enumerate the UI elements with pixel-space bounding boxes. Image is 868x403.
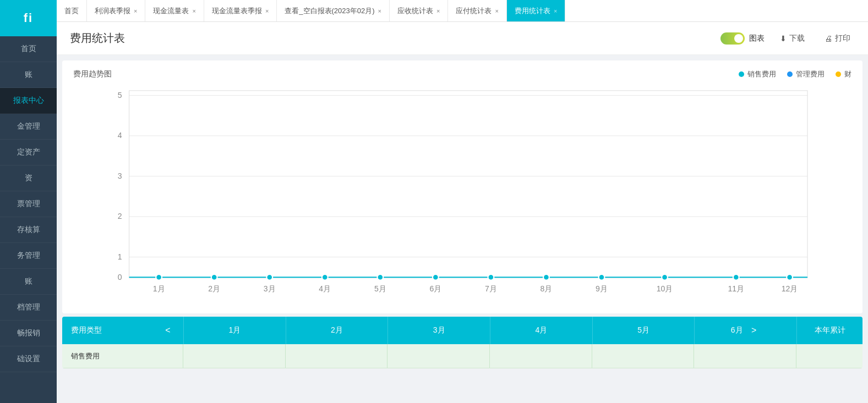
sidebar-item-ledger[interactable]: 账 bbox=[0, 269, 57, 295]
sidebar-item-capital[interactable]: 资 bbox=[0, 165, 57, 191]
tab-close-cashflow[interactable]: × bbox=[192, 8, 195, 14]
tab-cashflow-quarter[interactable]: 现金流量表季报 × bbox=[204, 0, 277, 22]
content-area: 费用统计表 图表 ⬇ 下载 🖨 打印 bbox=[57, 22, 868, 403]
page-title: 费用统计表 bbox=[70, 31, 125, 46]
svg-text:6月: 6月 bbox=[429, 284, 441, 293]
download-icon: ⬇ bbox=[780, 34, 787, 43]
th-month-1: 1月 bbox=[183, 317, 286, 344]
main-area: 首页 利润表季报 × 现金流量表 × 现金流量表季报 × 查看_空白报表(202… bbox=[57, 0, 868, 403]
svg-text:8月: 8月 bbox=[541, 284, 553, 293]
app-logo: fi bbox=[0, 0, 57, 36]
sidebar-item-service[interactable]: 务管理 bbox=[0, 243, 57, 269]
chart-section: 费用趋势图 销售费用 管理费用 财 bbox=[62, 60, 862, 313]
download-button[interactable]: ⬇ 下载 bbox=[776, 31, 809, 46]
tab-cashflow[interactable]: 现金流量表 × bbox=[145, 0, 204, 22]
svg-text:1月: 1月 bbox=[153, 284, 165, 293]
svg-text:9月: 9月 bbox=[596, 284, 608, 293]
th-type: 费用类型 < bbox=[62, 317, 183, 344]
svg-point-16 bbox=[266, 274, 272, 280]
sidebar-item-finance[interactable]: 金管理 bbox=[0, 114, 57, 140]
th-month-5: 5月 bbox=[592, 317, 695, 344]
nav-prev-button[interactable]: < bbox=[161, 325, 174, 335]
td-m5 bbox=[592, 344, 695, 368]
tab-blank-report[interactable]: 查看_空白报表(2023年02月) × bbox=[277, 0, 390, 22]
tab-receivable[interactable]: 应收统计表 × bbox=[390, 0, 448, 22]
legend-dot-finance bbox=[836, 71, 841, 77]
chart-svg: 5 4 3 2 1 0 bbox=[73, 85, 851, 305]
tab-payable[interactable]: 应付统计表 × bbox=[448, 0, 506, 22]
svg-point-24 bbox=[733, 274, 739, 280]
sidebar-item-expense[interactable]: 畅报销 bbox=[0, 321, 57, 346]
th-month-6: 6月 > bbox=[694, 317, 796, 344]
table-header: 费用类型 < 1月 2月 3月 4月 bbox=[62, 317, 862, 344]
sidebar-item-settings[interactable]: 础设置 bbox=[0, 346, 57, 372]
th-month-2: 2月 bbox=[286, 317, 388, 344]
svg-rect-12 bbox=[129, 91, 807, 278]
chart-toggle[interactable]: 图表 bbox=[720, 32, 765, 45]
tab-close-receivable[interactable]: × bbox=[436, 8, 440, 14]
th-month-4: 4月 bbox=[490, 317, 592, 344]
toggle-label-text: 图表 bbox=[749, 34, 765, 43]
tab-close-payable[interactable]: × bbox=[495, 8, 498, 14]
tab-bar: 首页 利润表季报 × 现金流量表 × 现金流量表季报 × 查看_空白报表(202… bbox=[57, 0, 868, 22]
tab-home[interactable]: 首页 bbox=[57, 0, 87, 22]
print-button[interactable]: 🖨 打印 bbox=[820, 31, 855, 46]
td-type: 销售费用 bbox=[62, 344, 183, 368]
chart-legend: 销售费用 管理费用 财 bbox=[739, 69, 851, 79]
td-m4 bbox=[490, 344, 592, 368]
svg-point-18 bbox=[377, 274, 383, 280]
tab-profit-quarter[interactable]: 利润表季报 × bbox=[87, 0, 145, 22]
svg-point-25 bbox=[787, 274, 793, 280]
svg-text:4月: 4月 bbox=[319, 284, 331, 293]
svg-point-20 bbox=[488, 274, 494, 280]
sidebar-item-assets[interactable]: 定资产 bbox=[0, 140, 57, 165]
sidebar-item-inventory[interactable]: 存核算 bbox=[0, 217, 57, 243]
tab-close-blank-report[interactable]: × bbox=[378, 8, 381, 14]
svg-point-22 bbox=[599, 274, 605, 280]
sidebar-item-invoice[interactable]: 票管理 bbox=[0, 191, 57, 217]
svg-text:0: 0 bbox=[118, 273, 122, 281]
page-header: 费用统计表 图表 ⬇ 下载 🖨 打印 bbox=[57, 22, 868, 55]
svg-text:2: 2 bbox=[118, 212, 122, 220]
chart-container: 5 4 3 2 1 0 bbox=[73, 85, 851, 305]
sidebar: fi 首页 账 报表中心 金管理 定资产 资 票管理 存核算 务管理 账 档管理… bbox=[0, 0, 57, 403]
svg-point-17 bbox=[322, 274, 328, 280]
table-row: 销售费用 bbox=[62, 344, 862, 368]
legend-sales: 销售费用 bbox=[739, 69, 776, 79]
svg-point-23 bbox=[662, 274, 668, 280]
svg-text:12月: 12月 bbox=[782, 284, 798, 293]
td-m1 bbox=[183, 344, 286, 368]
svg-point-21 bbox=[543, 274, 549, 280]
tab-close-cashflow-quarter[interactable]: × bbox=[265, 8, 269, 14]
tab-close-profit-quarter[interactable]: × bbox=[134, 8, 137, 14]
sidebar-item-home[interactable]: 首页 bbox=[0, 36, 57, 62]
svg-text:5: 5 bbox=[118, 91, 122, 100]
legend-dot-admin bbox=[787, 71, 793, 77]
svg-text:5月: 5月 bbox=[374, 284, 386, 293]
chart-title: 费用趋势图 bbox=[73, 69, 112, 79]
svg-text:3: 3 bbox=[118, 172, 122, 180]
legend-finance: 财 bbox=[836, 69, 851, 79]
svg-text:10月: 10月 bbox=[657, 284, 673, 293]
td-m2 bbox=[286, 344, 388, 368]
tab-expense-stats[interactable]: 费用统计表 × bbox=[507, 0, 565, 22]
print-icon: 🖨 bbox=[825, 34, 832, 43]
td-total bbox=[796, 344, 862, 368]
sidebar-item-account[interactable]: 账 bbox=[0, 62, 57, 88]
svg-point-14 bbox=[156, 274, 162, 280]
svg-text:3月: 3月 bbox=[264, 284, 276, 293]
toggle-switch[interactable] bbox=[720, 32, 745, 45]
tab-close-expense-stats[interactable]: × bbox=[554, 8, 557, 14]
td-m6 bbox=[694, 344, 796, 368]
nav-next-button[interactable]: > bbox=[747, 325, 761, 335]
svg-point-15 bbox=[211, 274, 217, 280]
th-total: 本年累计 bbox=[796, 317, 862, 344]
sidebar-item-archive[interactable]: 档管理 bbox=[0, 295, 57, 321]
table-section: 费用类型 < 1月 2月 3月 4月 bbox=[62, 317, 862, 368]
svg-text:4: 4 bbox=[118, 131, 122, 140]
svg-text:1: 1 bbox=[118, 252, 122, 261]
sidebar-item-reports[interactable]: 报表中心 bbox=[0, 88, 57, 114]
svg-text:7月: 7月 bbox=[485, 284, 497, 293]
svg-text:2月: 2月 bbox=[208, 284, 220, 293]
header-actions: 图表 ⬇ 下载 🖨 打印 bbox=[720, 31, 855, 46]
